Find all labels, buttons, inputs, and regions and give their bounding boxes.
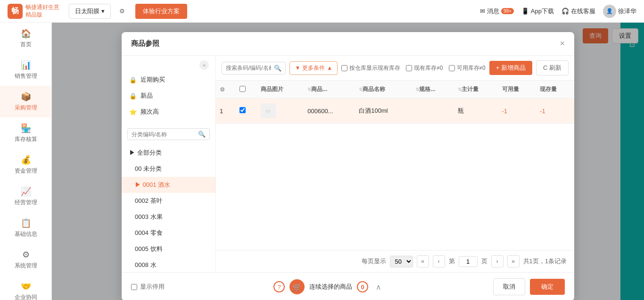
recent-purchases-item[interactable]: 🔒 近期购买 (122, 72, 215, 88)
all-categories-item[interactable]: ▶ 全部分类 (122, 145, 215, 161)
pagination: 每页显示 50 « ‹ 第 页 › » 共1页，1条记录 (216, 250, 574, 272)
add-product-button[interactable]: + 新增商品 (489, 61, 532, 75)
category-item-0003[interactable]: 0003 水果 (122, 209, 215, 225)
cart-toggle-button[interactable]: ∧ (373, 281, 384, 292)
first-page-button[interactable]: « (417, 255, 429, 267)
left-panel: « 🔒 近期购买 🔒 新品 ⭐ 频次高 (122, 56, 216, 272)
content-area: 查询 设置 商品参照 × « (52, 23, 644, 300)
row-checkbox[interactable] (236, 99, 257, 124)
modal-footer: 显示停用 ? 🛒 连续选择的商品 0 ∧ 取消 确定 (122, 272, 574, 300)
inventory-icon: 🏪 (21, 123, 31, 133)
col-spec[interactable]: ⇅规格... (412, 81, 454, 99)
logo-text: 畅捷通好生意 精品版 (25, 4, 59, 18)
headset-icon: 🎧 (561, 8, 569, 15)
footer-left: 显示停用 (131, 283, 165, 291)
row-spec (412, 99, 454, 124)
cart-button[interactable]: 🛒 (289, 279, 305, 294)
col-name[interactable]: ⇅商品名称 (355, 81, 412, 99)
message-item[interactable]: ✉ 消息 99+ (480, 7, 514, 16)
col-stock: 现存量 (536, 81, 574, 99)
modal-close-button[interactable]: × (560, 39, 565, 49)
refresh-button[interactable]: C 刷新 (536, 60, 569, 75)
product-table-container: ⚙ 商品图片 ⇅商品... ⇅商品名称 ⇅规格... ⇅主计量 可用量 现存量 (216, 81, 574, 250)
cancel-button[interactable]: 取消 (493, 278, 525, 295)
cart-icon: 🛒 (292, 283, 302, 292)
col-unit[interactable]: ⇅主计量 (454, 81, 498, 99)
stock-ne0-checkbox[interactable]: 现有库存≠0 (406, 64, 443, 72)
company-select[interactable]: 日太阳膜 ▾ (69, 4, 111, 19)
phone-icon: 📱 (521, 8, 529, 15)
collapse-button[interactable]: « (199, 60, 209, 70)
category-item-00[interactable]: 00 未分类 (122, 161, 215, 177)
row-stock: -1 (536, 99, 574, 124)
experience-btn[interactable]: 体验行业方案 (135, 4, 187, 19)
product-search-box[interactable]: 🔍 (222, 62, 286, 75)
right-panel: 🔍 ▼ 更多条件 ▲ 按仓库显示现有库存 (216, 56, 574, 272)
col-code[interactable]: ⇅商品... (304, 81, 355, 99)
sidebar-item-sales[interactable]: 📊 销售管理 (0, 54, 51, 86)
footer-action-buttons: 取消 确定 (493, 278, 565, 295)
col-settings[interactable]: ⚙ (216, 81, 236, 99)
sidebar-item-purchase[interactable]: 📦 采购管理 (0, 86, 51, 117)
sidebar-item-home[interactable]: 🏠 首页 (0, 23, 51, 54)
new-icon: 🔒 (129, 92, 137, 100)
message-badge: 99+ (501, 8, 514, 14)
filter-icon: ▼ (295, 65, 300, 71)
category-search-input[interactable] (132, 131, 198, 138)
sidebar-item-business[interactable]: 📈 经营管理 (0, 181, 51, 212)
chevron-down-icon: ▾ (101, 8, 105, 15)
category-search-box[interactable]: 🔍 (127, 128, 210, 140)
sidebar-item-collab[interactable]: 🤝 企业协同 (0, 275, 51, 300)
show-disabled-checkbox[interactable]: 显示停用 (131, 283, 165, 291)
category-item-0008[interactable]: 0008 水 (122, 257, 215, 272)
filter-button[interactable]: ▼ 更多条件 ▲ (289, 61, 338, 75)
confirm-button[interactable]: 确定 (530, 279, 565, 295)
sidebar-item-system[interactable]: ⚙ 系统管理 (0, 244, 51, 275)
last-page-button[interactable]: » (507, 255, 520, 267)
row-available: -1 (498, 99, 537, 124)
app-download-item[interactable]: 📱 App下载 (521, 7, 554, 16)
help-button[interactable]: ? (273, 281, 285, 292)
logo-icon: 畅 (8, 4, 23, 19)
frequent-item[interactable]: ⭐ 频次高 (122, 104, 215, 120)
topbar-right: ✉ 消息 99+ 📱 App下载 🎧 在线客服 👤 徐泽华 (480, 5, 636, 18)
footer-cart-area: ? 🛒 连续选择的商品 0 ∧ (273, 279, 384, 294)
category-item-0005[interactable]: 0005 饮料 (122, 241, 215, 257)
category-item-0001[interactable]: ▶ 0001 酒水 (122, 177, 215, 193)
service-item[interactable]: 🎧 在线客服 (561, 7, 595, 16)
recent-icon: 🔒 (129, 76, 137, 83)
collab-icon: 🤝 (21, 281, 31, 292)
star-icon: ⭐ (129, 108, 137, 116)
category-item-0002[interactable]: 0002 茶叶 (122, 193, 215, 209)
warehouse-display-checkbox[interactable]: 按仓库显示现有库存 (341, 64, 400, 72)
sidebar: 🏠 首页 📊 销售管理 📦 采购管理 🏪 库存核算 💰 资金管理 📈 经营管理 … (0, 23, 52, 300)
main-layout: 🏠 首页 📊 销售管理 📦 采购管理 🏪 库存核算 💰 资金管理 📈 经营管理 … (0, 23, 644, 300)
system-icon: ⚙ (22, 250, 30, 260)
logo: 畅 畅捷通好生意 精品版 (8, 4, 59, 19)
search-icon[interactable]: 🔍 (198, 131, 206, 138)
table-row[interactable]: 1 🏷 000600... 白酒100ml 瓶 -1 -1 (216, 99, 574, 124)
available-ne0-checkbox[interactable]: 可用库存≠0 (449, 64, 486, 72)
settings-icon[interactable]: ⚙ (115, 4, 130, 19)
per-page-select[interactable]: 50 (390, 256, 413, 267)
sidebar-item-basic[interactable]: 📋 基础信息 (0, 212, 51, 244)
user-item[interactable]: 👤 徐泽华 (603, 5, 636, 18)
purchase-icon: 📦 (21, 92, 31, 102)
page-input[interactable] (459, 256, 478, 267)
business-icon: 📈 (21, 186, 31, 197)
row-image: 🏷 (257, 99, 304, 124)
col-image: 商品图片 (257, 81, 304, 99)
new-products-item[interactable]: 🔒 新品 (122, 88, 215, 104)
col-checkbox[interactable] (236, 81, 257, 99)
sidebar-item-inventory[interactable]: 🏪 库存核算 (0, 117, 51, 149)
sidebar-item-finance[interactable]: 💰 资金管理 (0, 149, 51, 181)
prev-page-button[interactable]: ‹ (433, 255, 445, 267)
category-item-0004[interactable]: 0004 零食 (122, 225, 215, 241)
modal-header: 商品参照 × (122, 32, 574, 56)
table-header-row: ⚙ 商品图片 ⇅商品... ⇅商品名称 ⇅规格... ⇅主计量 可用量 现存量 (216, 81, 574, 99)
next-page-button[interactable]: › (491, 255, 504, 267)
search-icon[interactable]: 🔍 (274, 65, 281, 72)
cart-count: 0 (357, 281, 368, 292)
product-search-input[interactable] (226, 65, 271, 71)
product-image: 🏷 (261, 103, 276, 118)
